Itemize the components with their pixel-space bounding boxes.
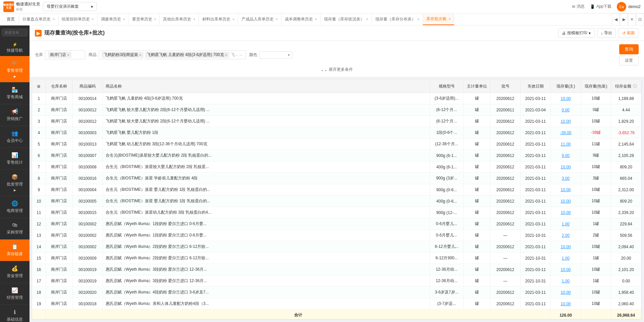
sidebar-item-retail-stats[interactable]: 📊 零售统计 bbox=[0, 148, 30, 170]
tab-nav-left[interactable]: ◀ bbox=[612, 13, 620, 25]
tab-close-icon[interactable]: × bbox=[53, 17, 55, 21]
stock-main-value[interactable]: 2.00 bbox=[562, 233, 570, 238]
stock-main-value[interactable]: 1.00 bbox=[562, 222, 570, 226]
stock-main-value[interactable]: 10.00 bbox=[560, 187, 571, 192]
tab-product-in-history[interactable]: 产成品入库单历史 × bbox=[238, 14, 281, 25]
stock-main-value[interactable]: 10.00 bbox=[560, 210, 571, 215]
sidebar-item-retail-mall[interactable]: 🏪 零售商城 bbox=[0, 83, 30, 104]
cell-stock-main[interactable]: 3.00 bbox=[551, 173, 581, 184]
stock-main-value[interactable]: 1.00 bbox=[562, 279, 570, 283]
cell-stock-main[interactable]: 10.00 bbox=[551, 161, 581, 173]
tab-nav-menu[interactable]: ⊡ bbox=[636, 13, 644, 25]
info-icon[interactable]: ⓘ bbox=[633, 84, 637, 89]
tab-batch-voucher[interactable]: 库存批次账 × bbox=[423, 14, 454, 25]
cell-stock-main[interactable]: 11.00 bbox=[551, 139, 581, 150]
warehouse-tag-group[interactable]: 南岸门店 × bbox=[45, 50, 85, 59]
cell-stock-main[interactable]: 10.00 bbox=[551, 264, 581, 275]
stock-main-value[interactable]: 1.00 bbox=[562, 256, 570, 261]
sidebar-item-retail-mgmt[interactable]: 🛒 零售管理 ▶ bbox=[0, 56, 30, 83]
stock-main-value[interactable]: 10.00 bbox=[560, 245, 571, 249]
template-print-button[interactable]: 🖨 按模板打印 ▾ bbox=[558, 28, 594, 38]
tab-close-icon[interactable]: × bbox=[123, 17, 125, 21]
col-header-settings[interactable]: ⚙ bbox=[32, 80, 46, 93]
cell-stock-main[interactable]: 10.00 bbox=[551, 184, 581, 196]
cell-stock-main[interactable]: 10.00 bbox=[551, 298, 581, 310]
cell-stock-main[interactable]: 10.00 bbox=[551, 287, 581, 298]
export-button[interactable]: ↓ 导出 bbox=[597, 28, 616, 38]
sidebar-quick-nav[interactable]: ⚡ 快捷导航 bbox=[0, 40, 30, 56]
sidebar-item-stock-check[interactable]: 📋 库存核算 bbox=[0, 239, 30, 261]
tab-stock-status[interactable]: 现存量（库存状况表） × bbox=[321, 14, 372, 25]
query-button[interactable]: 查询 bbox=[619, 44, 639, 54]
tab-close-icon[interactable]: × bbox=[418, 17, 420, 21]
message-button[interactable]: ✉ 消息 bbox=[572, 4, 585, 9]
cell-stock-main[interactable]: 10.00 bbox=[551, 241, 581, 253]
search-input[interactable] bbox=[2, 29, 28, 36]
sidebar-item-ops-mgmt[interactable]: 📈 经营管理 bbox=[0, 283, 30, 305]
product-tag-1-remove[interactable]: × bbox=[139, 53, 142, 57]
cell-stock-main[interactable]: 10.00 bbox=[551, 207, 581, 218]
tab-cost-adjust-history[interactable]: 成本调整单历史 × bbox=[281, 14, 321, 25]
warehouse-tag-remove[interactable]: × bbox=[67, 53, 69, 57]
tab-transfer-history[interactable]: 调拨单历史 × bbox=[98, 14, 129, 25]
color-dropdown-icon[interactable]: ▾ bbox=[288, 53, 290, 57]
cell-stock-main[interactable]: 0.00 bbox=[551, 104, 581, 116]
tab-close-icon[interactable]: × bbox=[193, 17, 195, 21]
stock-main-value[interactable]: 10.00 bbox=[560, 199, 571, 204]
stock-main-value[interactable]: 10.00 bbox=[560, 290, 571, 295]
expand-filter-button[interactable]: ▶ bbox=[35, 30, 42, 37]
tab-borrow-history[interactable]: 要货单历史 × bbox=[129, 14, 160, 25]
tab-close-icon[interactable]: × bbox=[366, 17, 368, 21]
store-selector[interactable]: 母婴行业演示账套 ▾ bbox=[43, 2, 97, 11]
stock-main-value[interactable]: 10.00 bbox=[560, 96, 571, 101]
sidebar-item-wholesale-mgmt[interactable]: 📦 批发管理 ▶ bbox=[0, 170, 30, 196]
cell-stock-main[interactable]: 10.00 bbox=[551, 116, 581, 127]
sidebar-item-ecom-mgmt[interactable]: 🌐 电商管理 bbox=[0, 196, 30, 218]
stock-main-value[interactable]: 10.00 bbox=[560, 119, 571, 124]
expand-conditions-button[interactable]: ⌄⌄ 展开更多条件 bbox=[321, 67, 353, 72]
cell-stock-main[interactable]: 1.00 bbox=[551, 218, 581, 230]
sidebar-item-finance-mgmt[interactable]: 💰 资金管理 bbox=[0, 261, 30, 283]
cell-stock-main[interactable]: 10.00 bbox=[551, 196, 581, 207]
tab-disassemble-history[interactable]: 组装拆卸单历史 × bbox=[58, 14, 98, 25]
tab-material-out-history[interactable]: 材料出库单历史 × bbox=[199, 14, 238, 25]
cell-stock-main[interactable]: -39.00 bbox=[551, 127, 581, 139]
stock-main-value[interactable]: 11.00 bbox=[560, 142, 571, 147]
tab-close-icon[interactable]: × bbox=[276, 17, 278, 21]
sidebar-item-member-center[interactable]: 👥 会员中心 bbox=[0, 126, 30, 148]
color-tag-group[interactable]: ▾ bbox=[259, 51, 293, 59]
tab-close-icon[interactable]: × bbox=[92, 17, 94, 21]
settings-button[interactable]: 设置 bbox=[619, 56, 639, 65]
product-tag-2-remove[interactable]: × bbox=[225, 53, 227, 57]
tab-close-icon[interactable]: × bbox=[315, 17, 317, 21]
sidebar-item-purchase-mgmt[interactable]: 🛍 采购管理 bbox=[0, 218, 30, 239]
app-download-button[interactable]: 📱 App下载 bbox=[590, 4, 611, 9]
tab-close-icon[interactable]: × bbox=[448, 17, 450, 21]
stock-main-value[interactable]: 3.00 bbox=[562, 176, 570, 181]
stock-main-value[interactable]: 9.00 bbox=[562, 153, 570, 158]
tab-other-out-history[interactable]: 其他出库单历史 × bbox=[160, 14, 199, 25]
cell-stock-main[interactable]: 1.00 bbox=[551, 253, 581, 264]
stock-main-value[interactable]: 10.00 bbox=[560, 267, 571, 272]
cell-stock-main[interactable]: 9.00 bbox=[551, 150, 581, 161]
product-filter-more[interactable]: 飞... bbox=[231, 52, 238, 58]
stock-main-value[interactable]: 10.00 bbox=[560, 302, 571, 306]
cell-stock-main[interactable]: 10.00 bbox=[551, 93, 581, 104]
product-tag-group[interactable]: 飞鹤奶粉3段两提装 × 飞鹤星飞帆 儿童奶粉 4段(3-6岁适用) 700克 ×… bbox=[99, 50, 246, 59]
sidebar-item-marketing[interactable]: 📢 营销推广 bbox=[0, 104, 30, 126]
tab-split-history[interactable]: 分量盘点单历史 × bbox=[19, 14, 58, 25]
tab-close-icon[interactable]: × bbox=[232, 17, 234, 21]
sidebar-item-basic-info[interactable]: ℹ 基础信息 bbox=[0, 305, 30, 322]
tab-close-icon[interactable]: × bbox=[154, 17, 156, 21]
stock-main-value[interactable]: 0.00 bbox=[562, 108, 570, 112]
user-area[interactable]: Ea demo2 bbox=[617, 2, 641, 11]
stock-main-value[interactable]: -39.00 bbox=[560, 130, 571, 135]
cell-stock-main[interactable]: 1.00 bbox=[551, 275, 581, 287]
tab-nav-close[interactable]: × bbox=[628, 13, 636, 25]
tab-home[interactable]: 首页 bbox=[3, 14, 19, 25]
tab-stock-dist[interactable]: 现存量（库存分布表） × bbox=[372, 14, 423, 25]
tab-nav-right[interactable]: ▶ bbox=[620, 13, 628, 25]
stock-main-value[interactable]: 10.00 bbox=[560, 165, 571, 169]
cell-stock-main[interactable]: 2.00 bbox=[551, 230, 581, 241]
refresh-button[interactable]: ↺ 刷新 bbox=[619, 28, 639, 38]
